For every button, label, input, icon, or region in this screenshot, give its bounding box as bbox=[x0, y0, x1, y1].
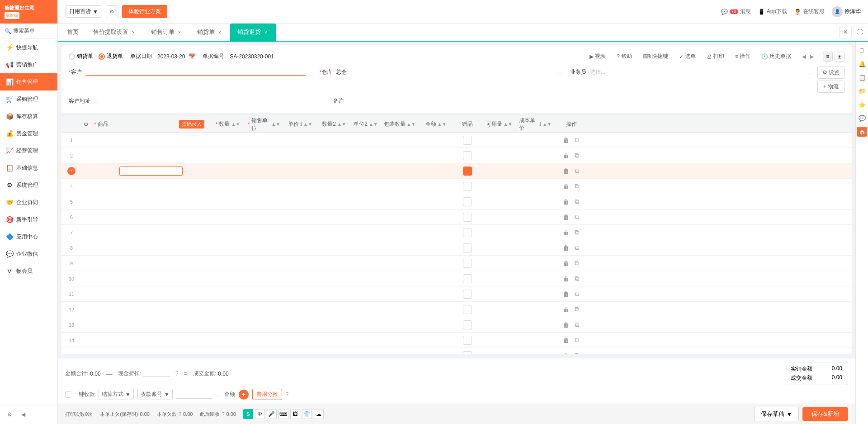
radio-sales-invoice[interactable]: 销货单 bbox=[69, 52, 93, 60]
sidebar-item-operations[interactable]: 📈 经营管理 bbox=[0, 142, 57, 159]
qty-sort-icon[interactable]: ▲▼ bbox=[231, 122, 240, 127]
sidebar-item-app-center[interactable]: 🔷 应用中心 bbox=[0, 228, 57, 245]
sidebar-item-basic-info[interactable]: 📋 基础信息 bbox=[0, 159, 57, 176]
tab-price-extract-close[interactable]: × bbox=[130, 29, 137, 35]
account-number-input[interactable] bbox=[176, 390, 212, 399]
row-gift[interactable] bbox=[454, 136, 481, 145]
tab-sales-return[interactable]: 销货退货 × bbox=[230, 24, 276, 41]
select-button[interactable]: ✓ 选单 bbox=[675, 51, 699, 62]
gift-checkbox[interactable] bbox=[463, 228, 472, 237]
cost-sort-icon[interactable]: ▲▼ bbox=[542, 122, 552, 127]
settlement-select[interactable]: 结算方式 ▼ bbox=[99, 389, 134, 400]
tab-sales-invoice-close[interactable]: × bbox=[217, 29, 223, 35]
gift-checkbox[interactable] bbox=[463, 290, 472, 299]
discount-help-icon[interactable]: ? bbox=[175, 371, 179, 377]
status-icon-4[interactable]: ⌨ bbox=[278, 409, 288, 419]
gift-checkbox[interactable] bbox=[463, 167, 472, 176]
add-row-icon[interactable]: + bbox=[239, 390, 249, 400]
list-view-button[interactable]: ≡ bbox=[823, 52, 833, 62]
tab-sales-order[interactable]: 销售订单 × bbox=[144, 24, 190, 41]
sidebar-item-finance[interactable]: 💰 资金管理 bbox=[0, 125, 57, 142]
settings-button[interactable]: ⚙ 设置 bbox=[817, 67, 844, 79]
add-row-button[interactable]: + bbox=[67, 167, 75, 175]
grid-view-button[interactable]: ⊞ bbox=[835, 52, 844, 62]
status-icon-2[interactable]: 中 bbox=[255, 409, 265, 419]
salesperson-dots-button[interactable]: ... bbox=[807, 69, 812, 76]
row-copy-icon[interactable]: ⧉ bbox=[572, 197, 581, 206]
online-service-button[interactable]: 👨‍💼 在线客服 bbox=[794, 8, 825, 15]
row-delete-icon[interactable]: 🗑 bbox=[561, 197, 571, 206]
row-delete-icon[interactable]: 🗑 bbox=[561, 290, 571, 299]
tab-sales-invoice[interactable]: 销货单 × bbox=[190, 24, 230, 41]
gift-checkbox[interactable] bbox=[463, 351, 472, 355]
status-icon-1[interactable]: S bbox=[243, 409, 253, 419]
right-panel-icon-1[interactable]: 🗒 bbox=[857, 45, 867, 55]
gift-checkbox[interactable] bbox=[463, 305, 472, 314]
price-sort-icon[interactable]: ▲▼ bbox=[303, 122, 312, 127]
unit-sort-icon[interactable]: ▲▼ bbox=[271, 122, 280, 127]
row-copy-icon[interactable]: ⧉ bbox=[572, 228, 581, 237]
sidebar-item-sales[interactable]: 📊 销售管理 bbox=[0, 73, 57, 91]
right-panel-icon-3[interactable]: 📋 bbox=[857, 72, 867, 82]
amount-sort-icon[interactable]: ▲▼ bbox=[438, 122, 447, 127]
this-debt-info-icon[interactable]: ? bbox=[179, 411, 181, 417]
gift-checkbox[interactable] bbox=[463, 182, 472, 191]
row-delete-icon[interactable]: 🗑 bbox=[561, 213, 571, 222]
fee-help-icon[interactable]: ? bbox=[286, 391, 289, 398]
row-copy-icon[interactable]: ⧉ bbox=[572, 290, 581, 299]
row-delete-icon[interactable]: 🗑 bbox=[561, 182, 571, 191]
should-collect-info-icon[interactable]: ? bbox=[222, 411, 224, 417]
row-delete-icon[interactable]: 🗑 bbox=[561, 228, 571, 237]
operations-button[interactable]: ≡ 操作 bbox=[731, 51, 754, 62]
sidebar-item-quick-nav[interactable]: ⚡ 快捷导航 bbox=[0, 39, 57, 56]
qty2-sort-icon[interactable]: ▲▼ bbox=[337, 122, 346, 127]
row-copy-icon[interactable]: ⧉ bbox=[572, 151, 581, 160]
sidebar-item-marketing[interactable]: 📢 营销推广 bbox=[0, 56, 57, 73]
gift-checkbox[interactable] bbox=[463, 320, 472, 329]
customer-dots-button[interactable]: ... bbox=[306, 69, 311, 76]
gift-checkbox[interactable] bbox=[463, 213, 472, 222]
status-icon-7[interactable]: ☁ bbox=[314, 409, 324, 419]
sidebar-item-enterprise[interactable]: 🤝 企业协同 bbox=[0, 194, 57, 211]
column-settings-icon[interactable]: ⚙ bbox=[84, 121, 89, 128]
row-delete-icon[interactable]: 🗑 bbox=[561, 274, 571, 283]
gift-checkbox[interactable] bbox=[463, 274, 472, 283]
customer-input[interactable] bbox=[85, 69, 306, 76]
right-panel-icon-7[interactable]: 🏠 bbox=[857, 127, 867, 137]
row-copy-icon[interactable]: ⧉ bbox=[572, 351, 581, 355]
gift-checkbox[interactable] bbox=[463, 336, 472, 345]
payment-checkbox[interactable] bbox=[65, 391, 71, 398]
next-record-button[interactable]: ▶ bbox=[808, 52, 816, 61]
logistics-button[interactable]: + 物流 bbox=[817, 81, 844, 93]
one-key-payment-checkbox[interactable]: 一键收款 bbox=[65, 391, 95, 398]
tab-close-btn[interactable]: ✕ bbox=[839, 26, 852, 38]
row-gift[interactable] bbox=[454, 167, 481, 176]
right-panel-icon-6[interactable]: 💬 bbox=[857, 113, 867, 123]
sidebar-item-system[interactable]: ⚙ 系统管理 bbox=[0, 176, 57, 194]
row-product[interactable] bbox=[92, 137, 210, 143]
barcode-input-button[interactable]: 扫码录入 bbox=[179, 120, 204, 129]
gift-checkbox[interactable] bbox=[463, 136, 472, 145]
radio-return[interactable]: 退货单 bbox=[99, 52, 123, 60]
gift-checkbox[interactable] bbox=[463, 243, 472, 252]
account-dots-button[interactable]: ... bbox=[216, 391, 221, 398]
available-sort-icon[interactable]: ▲▼ bbox=[504, 122, 513, 127]
price-info-icon[interactable]: ℹ bbox=[300, 121, 302, 127]
history-button[interactable]: 🕐 历史单据 bbox=[758, 51, 795, 62]
row-copy-icon[interactable]: ⧉ bbox=[572, 305, 581, 314]
pkg-sort-icon[interactable]: ▲▼ bbox=[407, 122, 416, 127]
row-copy-icon[interactable]: ⧉ bbox=[572, 182, 581, 191]
row-copy-icon[interactable]: ⧉ bbox=[572, 259, 581, 268]
sidebar-item-vip[interactable]: V 畅会员 bbox=[0, 262, 57, 280]
product-input-active[interactable] bbox=[119, 167, 183, 176]
row-delete-icon[interactable]: 🗑 bbox=[561, 320, 571, 329]
sidebar-item-inventory[interactable]: 📦 库存核算 bbox=[0, 108, 57, 125]
save-new-button[interactable]: 保存&新增 bbox=[802, 407, 848, 421]
row-copy-icon[interactable]: ⧉ bbox=[572, 213, 581, 222]
right-panel-icon-2[interactable]: 🔔 bbox=[857, 59, 867, 69]
sidebar-item-guide[interactable]: 🎯 新手引导 bbox=[0, 211, 57, 228]
sidebar-settings-icon[interactable]: ⚙ bbox=[5, 410, 14, 419]
module-selector[interactable]: 日用百货 ▼ bbox=[65, 5, 102, 18]
row-delete-icon[interactable]: 🗑 bbox=[561, 351, 571, 355]
unit2-sort-icon[interactable]: ▲▼ bbox=[369, 122, 378, 127]
